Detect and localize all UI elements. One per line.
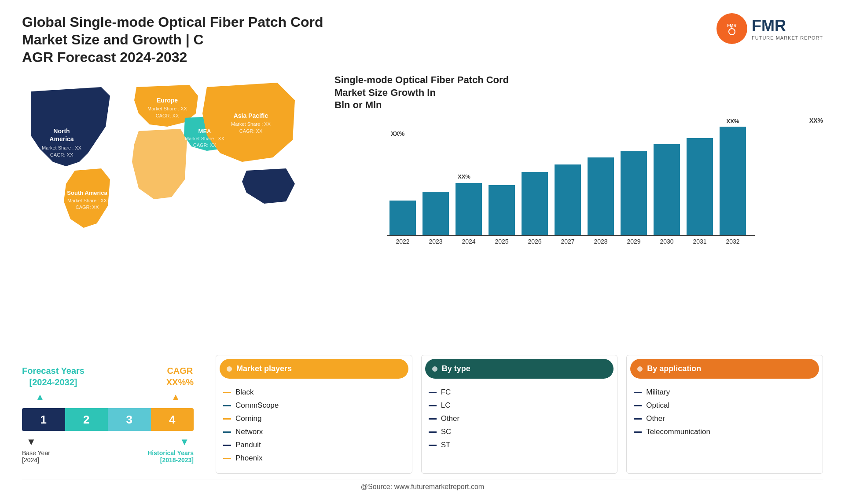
svg-text:2030: 2030 — [660, 238, 673, 245]
list-item: SC — [429, 425, 610, 438]
logo-fmr-text: FMR — [752, 17, 823, 35]
cagr-value: CAGRXX%% — [166, 365, 194, 388]
svg-text:2028: 2028 — [594, 238, 607, 245]
card-items-market-players: Black CommScope Corning Networx — [216, 382, 412, 473]
arrow-up-forecast: ▲ — [35, 391, 45, 403]
svg-text:South America: South America — [67, 190, 107, 196]
svg-text:North: North — [53, 128, 70, 135]
svg-text:2023: 2023 — [429, 238, 442, 245]
header: Global Single-mode Optical Fiber Patch C… — [22, 13, 823, 66]
card-dot-3 — [637, 366, 643, 372]
logo-text: FMR FUTURE MARKET REPORT — [752, 17, 823, 40]
svg-text:CAGR: XX: CAGR: XX — [50, 152, 73, 157]
logo-area: FMR FMR FUTURE MARKET REPORT — [716, 13, 823, 44]
logo-svg: FMR — [721, 18, 743, 40]
forecast-section: Forecast Years[2024-2032] CAGRXX%% ▲ ▲ 1… — [22, 355, 202, 474]
list-item: Military — [634, 386, 816, 399]
svg-text:Europe: Europe — [157, 97, 178, 104]
list-item: FC — [429, 386, 610, 399]
bottom-section: Forecast Years[2024-2032] CAGRXX%% ▲ ▲ 1… — [22, 355, 823, 474]
card-header-by-application: By application — [630, 359, 819, 379]
list-item: Optical — [634, 399, 816, 412]
logo-sub-text: FUTURE MARKET REPORT — [752, 35, 823, 40]
forecast-years-label: Forecast Years[2024-2032] — [22, 365, 84, 388]
list-item: Networx — [223, 425, 405, 438]
bar-2024 — [456, 183, 482, 236]
bar-2031 — [687, 138, 713, 236]
dash-icon — [223, 405, 231, 406]
bar-2027 — [555, 164, 581, 236]
timeline-seg-1: 1 — [22, 408, 65, 431]
bar-chart-svg: 2022 2023 2024 XX% 2025 2026 2 — [334, 117, 823, 249]
dash-icon — [429, 431, 437, 433]
cagr-label: CAGRXX%% — [166, 365, 194, 388]
card-items-by-type: FC LC Other SC — [422, 382, 617, 473]
list-item: LC — [429, 399, 610, 412]
svg-text:2032: 2032 — [726, 238, 739, 245]
svg-text:2022: 2022 — [396, 238, 409, 245]
arrows-row-bottom: ▼ ▼ — [22, 436, 194, 448]
cards-section: Market players Black CommScope Corning — [216, 355, 823, 474]
svg-text:2027: 2027 — [561, 238, 574, 245]
dash-icon — [634, 392, 642, 393]
arrows-row-top: ▲ ▲ — [22, 391, 194, 403]
bar-2032 — [720, 127, 746, 236]
chart-section: Single-mode Optical Fiber Patch Cord Mar… — [321, 74, 823, 346]
bar-2022 — [389, 201, 416, 236]
svg-text:2024: 2024 — [462, 238, 475, 245]
footer: @Source: www.futuremarketreport.com — [22, 479, 823, 491]
svg-text:CAGR: XX: CAGR: XX — [156, 113, 179, 118]
bar-2026 — [522, 172, 548, 236]
forecast-header: Forecast Years[2024-2032] CAGRXX%% — [22, 365, 194, 388]
svg-text:America: America — [49, 135, 73, 142]
card-by-application: By application Military Optical Other — [626, 355, 823, 474]
arrow-down-base: ▼ — [26, 436, 36, 448]
list-item: Telecommunication — [634, 425, 816, 438]
card-by-type: By type FC LC Other — [421, 355, 618, 474]
dash-icon — [223, 431, 231, 433]
list-item: Phoenix — [223, 452, 405, 465]
svg-text:2026: 2026 — [528, 238, 541, 245]
dash-icon — [634, 418, 642, 420]
card-dot-2 — [432, 366, 437, 372]
dash-icon — [429, 405, 437, 406]
bar-2025 — [489, 185, 515, 236]
svg-text:Market Share : XX: Market Share : XX — [67, 198, 107, 203]
footer-text: @Source: www.futuremarketreport.com — [361, 483, 484, 490]
list-item: Black — [223, 386, 405, 399]
svg-text:2025: 2025 — [495, 238, 508, 245]
bar-chart-container: XX% XX% 2022 2023 2024 XX% — [334, 117, 823, 249]
list-item: Panduit — [223, 438, 405, 452]
dash-icon — [429, 418, 437, 420]
map-svg: North America Market Share : XX CAGR: XX… — [22, 74, 312, 241]
list-item: Corning — [223, 412, 405, 425]
timeline-seg-4: 4 — [151, 408, 194, 431]
arrow-down-historical: ▼ — [180, 436, 189, 448]
dash-icon — [634, 405, 642, 406]
svg-text:Market Share : XX: Market Share : XX — [185, 136, 225, 141]
card-header-by-type: By type — [425, 359, 614, 379]
dash-icon — [223, 392, 231, 393]
svg-text:Asia Pacific: Asia Pacific — [234, 112, 268, 119]
svg-text:2029: 2029 — [627, 238, 640, 245]
card-market-players: Market players Black CommScope Corning — [216, 355, 412, 474]
timeline-labels: Base Year [2024] Historical Years [2018-… — [22, 449, 194, 464]
svg-text:2031: 2031 — [693, 238, 706, 245]
dash-icon — [223, 458, 231, 459]
dash-icon — [223, 418, 231, 420]
arrow-up-cagr: ▲ — [171, 391, 180, 403]
dash-icon — [223, 445, 231, 446]
card-items-by-application: Military Optical Other Telecommunication — [627, 382, 823, 473]
list-item: ST — [429, 438, 610, 452]
list-item: Other — [634, 412, 816, 425]
bar-2030 — [654, 144, 680, 236]
dash-icon — [429, 445, 437, 446]
card-dot-1 — [227, 366, 232, 372]
historical-years-label: Historical Years [2018-2023] — [147, 449, 194, 464]
svg-text:MEA: MEA — [198, 128, 212, 135]
card-header-market-players: Market players — [220, 359, 408, 379]
bar-2028 — [588, 157, 614, 236]
svg-text:CAGR: XX: CAGR: XX — [239, 128, 263, 134]
svg-text:Market Share : XX: Market Share : XX — [42, 145, 82, 150]
timeline-bar: 1 2 3 4 — [22, 408, 194, 431]
